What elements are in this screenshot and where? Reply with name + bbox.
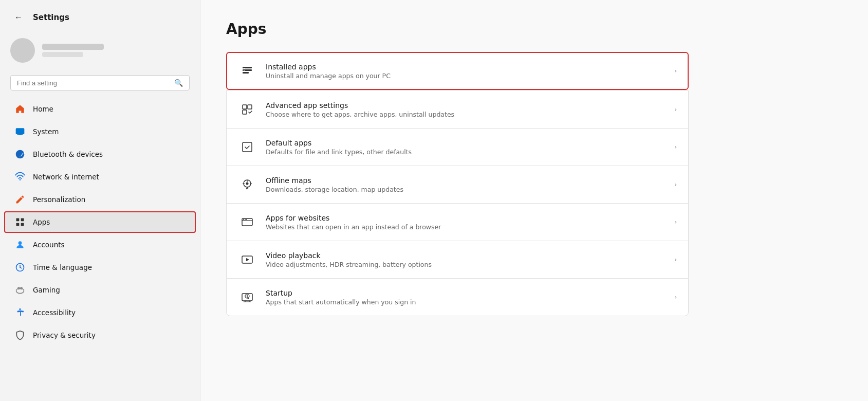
svg-line-13 bbox=[20, 267, 22, 268]
installed-apps-text: Installed apps Uninstall and manage apps… bbox=[266, 63, 391, 80]
chevron-right-icon-5: › bbox=[674, 218, 677, 226]
user-name-bar bbox=[42, 44, 104, 50]
chevron-right-icon-6: › bbox=[674, 256, 677, 263]
apps-for-websites-icon bbox=[238, 213, 256, 231]
svg-rect-7 bbox=[21, 218, 24, 222]
sidebar-title: Settings bbox=[33, 13, 69, 22]
sidebar: ← Settings 🔍 Home bbox=[0, 0, 200, 401]
sidebar-item-label-time: Time & language bbox=[33, 263, 92, 271]
main-content: Apps Installed apps Uninstall and manage… bbox=[200, 0, 868, 401]
sidebar-item-label-network: Network & internet bbox=[33, 173, 99, 181]
svg-rect-0 bbox=[16, 128, 25, 134]
settings-item-apps-for-websites[interactable]: Apps for websites Websites that can open… bbox=[226, 203, 689, 241]
startup-desc: Apps that start automatically when you s… bbox=[266, 298, 416, 306]
startup-title: Startup bbox=[266, 289, 416, 297]
advanced-app-settings-text: Advanced app settings Choose where to ge… bbox=[266, 101, 454, 118]
settings-item-advanced-app-settings[interactable]: Advanced app settings Choose where to ge… bbox=[226, 90, 689, 128]
svg-rect-8 bbox=[16, 223, 20, 226]
sidebar-item-gaming[interactable]: Gaming bbox=[4, 279, 196, 301]
advanced-app-settings-title: Advanced app settings bbox=[266, 101, 454, 110]
offline-maps-desc: Downloads, storage location, map updates bbox=[266, 186, 403, 193]
svg-point-28 bbox=[246, 183, 249, 185]
svg-rect-23 bbox=[243, 105, 247, 109]
sidebar-item-label-accessibility: Accessibility bbox=[33, 308, 76, 317]
sidebar-item-apps[interactable]: Apps bbox=[4, 211, 196, 233]
video-playback-desc: Video adjustments, HDR streaming, batter… bbox=[266, 261, 432, 268]
default-apps-title: Default apps bbox=[266, 139, 412, 147]
video-playback-title: Video playback bbox=[266, 251, 432, 260]
settings-item-installed-apps[interactable]: Installed apps Uninstall and manage apps… bbox=[226, 52, 689, 90]
bluetooth-icon: ⎇ bbox=[14, 149, 26, 160]
svg-point-31 bbox=[245, 219, 246, 220]
advanced-app-settings-icon bbox=[238, 100, 256, 119]
sidebar-item-label-apps: Apps bbox=[33, 218, 50, 226]
default-apps-icon bbox=[238, 138, 256, 156]
sidebar-item-time[interactable]: Time & language bbox=[4, 257, 196, 278]
search-icon: 🔍 bbox=[174, 79, 183, 87]
sidebar-item-label-gaming: Gaming bbox=[33, 286, 60, 294]
svg-rect-22 bbox=[244, 70, 245, 71]
chevron-right-icon-2: › bbox=[674, 106, 677, 113]
installed-apps-title: Installed apps bbox=[266, 63, 391, 71]
offline-maps-text: Offline maps Downloads, storage location… bbox=[266, 176, 403, 193]
svg-rect-20 bbox=[243, 72, 249, 74]
settings-list: Installed apps Uninstall and manage apps… bbox=[226, 52, 689, 316]
chevron-right-icon-7: › bbox=[674, 294, 677, 301]
default-apps-text: Default apps Defaults for file and link … bbox=[266, 139, 412, 156]
svg-rect-24 bbox=[248, 105, 252, 109]
startup-icon bbox=[238, 288, 256, 306]
accounts-icon bbox=[14, 239, 26, 250]
network-icon bbox=[14, 171, 26, 183]
sidebar-item-accounts[interactable]: Accounts bbox=[4, 234, 196, 256]
user-sub-bar bbox=[42, 52, 83, 57]
settings-item-startup[interactable]: Startup Apps that start automatically wh… bbox=[226, 278, 689, 316]
sidebar-item-label-accounts: Accounts bbox=[33, 241, 65, 249]
svg-rect-9 bbox=[21, 223, 24, 226]
search-box[interactable]: 🔍 bbox=[10, 75, 190, 90]
apps-for-websites-desc: Websites that can open in an app instead… bbox=[266, 223, 441, 231]
page-title: Apps bbox=[226, 21, 842, 38]
gaming-icon bbox=[14, 284, 26, 296]
back-button[interactable]: ← bbox=[10, 9, 27, 26]
sidebar-item-personalization[interactable]: Personalization bbox=[4, 189, 196, 210]
search-input[interactable] bbox=[17, 79, 170, 87]
startup-text: Startup Apps that start automatically wh… bbox=[266, 289, 416, 306]
svg-rect-21 bbox=[244, 68, 245, 69]
sidebar-item-label-system: System bbox=[33, 127, 59, 136]
apps-icon bbox=[14, 216, 26, 228]
apps-for-websites-title: Apps for websites bbox=[266, 214, 441, 222]
sidebar-header: ← Settings bbox=[0, 0, 200, 31]
offline-maps-icon bbox=[238, 175, 256, 194]
sidebar-item-label-home: Home bbox=[33, 105, 53, 113]
nav-items: Home System ⎇ Bluetooth & devices bbox=[0, 96, 200, 349]
svg-marker-34 bbox=[246, 258, 249, 261]
chevron-right-icon-3: › bbox=[674, 143, 677, 151]
sidebar-item-accessibility[interactable]: Accessibility bbox=[4, 302, 196, 323]
settings-item-video-playback[interactable]: Video playback Video adjustments, HDR st… bbox=[226, 241, 689, 278]
sidebar-item-network[interactable]: Network & internet bbox=[4, 166, 196, 188]
system-icon bbox=[14, 126, 26, 137]
sidebar-item-bluetooth[interactable]: ⎇ Bluetooth & devices bbox=[4, 143, 196, 165]
chevron-right-icon-4: › bbox=[674, 181, 677, 188]
user-profile bbox=[0, 31, 200, 70]
chevron-right-icon: › bbox=[674, 67, 677, 75]
sidebar-item-label-privacy: Privacy & security bbox=[33, 331, 96, 339]
sidebar-item-system[interactable]: System bbox=[4, 121, 196, 142]
installed-apps-icon bbox=[238, 62, 256, 80]
svg-point-14 bbox=[16, 288, 24, 294]
default-apps-desc: Defaults for file and link types, other … bbox=[266, 148, 412, 156]
settings-item-default-apps[interactable]: Default apps Defaults for file and link … bbox=[226, 128, 689, 166]
sidebar-item-home[interactable]: Home bbox=[4, 98, 196, 120]
video-playback-text: Video playback Video adjustments, HDR st… bbox=[266, 251, 432, 268]
sidebar-item-label-bluetooth: Bluetooth & devices bbox=[33, 150, 103, 158]
svg-point-30 bbox=[243, 219, 244, 220]
home-icon bbox=[14, 103, 26, 115]
svg-point-10 bbox=[19, 241, 22, 245]
advanced-app-settings-desc: Choose where to get apps, archive apps, … bbox=[266, 111, 454, 118]
accessibility-icon bbox=[14, 307, 26, 318]
svg-point-17 bbox=[19, 308, 21, 310]
settings-item-offline-maps[interactable]: Offline maps Downloads, storage location… bbox=[226, 166, 689, 203]
video-playback-icon bbox=[238, 250, 256, 269]
sidebar-item-privacy[interactable]: Privacy & security bbox=[4, 324, 196, 346]
svg-point-16 bbox=[20, 287, 23, 289]
